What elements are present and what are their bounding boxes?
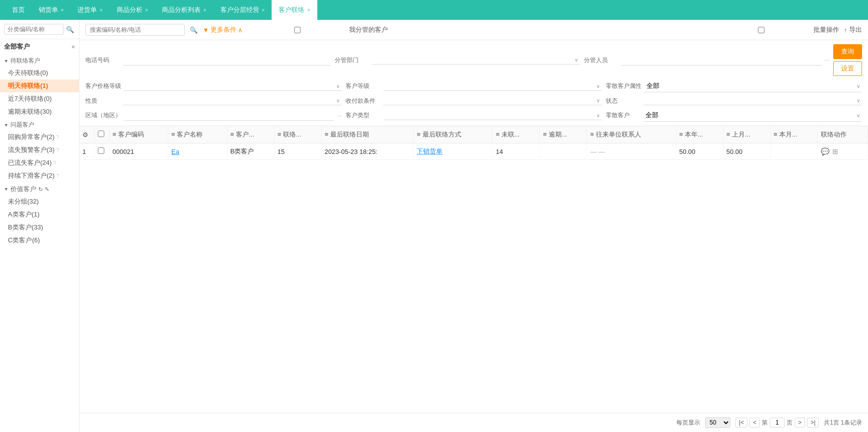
customer-type-select[interactable]: ∨ [383, 111, 602, 120]
close-sales-order-icon[interactable]: × [61, 7, 64, 13]
all-customers-title[interactable]: 全部客户 « [0, 39, 79, 54]
close-purchase-order-icon[interactable]: × [99, 7, 102, 13]
sidebar-item-today[interactable]: 今天待联络(0) [0, 67, 79, 79]
region-input[interactable] [124, 110, 334, 121]
page-number-input[interactable] [770, 418, 785, 428]
col-this-month[interactable]: ≡ 本月... [770, 126, 817, 144]
sidebar-item-class-c[interactable]: C类客户(6) [0, 234, 79, 247]
payment-select[interactable]: ∨ [383, 96, 602, 105]
manager-ellipsis[interactable]: ··· [825, 57, 829, 63]
col-checkbox[interactable] [94, 126, 109, 144]
status-select[interactable]: ∨ [644, 96, 862, 105]
section-pending-contact[interactable]: 待联络客户 [0, 54, 79, 67]
sidebar-item-churned[interactable]: 已流失客户(24) ? [0, 156, 79, 169]
more-conditions-btn[interactable]: ▼ 更多条件 ∧ [203, 25, 243, 34]
filter-payment: 收付款条件 ∨ [346, 96, 602, 105]
help-icon-3: ? [53, 160, 56, 166]
section-problem-customers[interactable]: 问题客户 [0, 118, 79, 131]
nav-home[interactable]: 首页 [5, 0, 32, 20]
col-customer-type[interactable]: ≡ 客户... [227, 126, 274, 144]
sidebar-search-input[interactable] [4, 24, 64, 35]
total-records: 共1页 1条记录 [824, 419, 862, 427]
row-name[interactable]: Ea [168, 144, 227, 160]
close-contact-icon[interactable]: × [307, 7, 310, 13]
per-page-select[interactable]: 50 100 200 [705, 417, 730, 428]
filter-retail-attr: 零散客户属性 全部∨ [606, 80, 862, 92]
action-comment-icon[interactable]: 💬 [821, 147, 829, 155]
col-last-contact-method[interactable]: ≡ 最后联络方式 [414, 126, 493, 144]
col-type-sort: ≡ [230, 131, 234, 138]
close-segmentation-icon[interactable]: × [262, 7, 265, 13]
filter-region: 区域（地区） ··· [85, 110, 342, 121]
filter-row-3: 性质 ∨ 收付款条件 ∨ 状态 ∨ [85, 96, 862, 105]
row-this-year: 50.00 [676, 144, 723, 160]
nav-customer-contact[interactable]: 客户联络 × [272, 0, 317, 20]
page-suffix: 页 [787, 419, 793, 427]
nav-product-analysis[interactable]: 商品分析 × [110, 0, 155, 20]
sidebar-item-7days[interactable]: 近7天待联络(0) [0, 92, 79, 105]
sidebar-item-declining[interactable]: 持续下滑客户(2) ? [0, 169, 79, 182]
export-btn[interactable]: ↑ 导出 [844, 25, 863, 34]
query-button[interactable]: 查询 [833, 44, 862, 59]
my-customers-check[interactable] [248, 27, 347, 33]
sidebar-item-class-a[interactable]: A类客户(1) [0, 208, 79, 221]
row-select-checkbox[interactable] [98, 147, 104, 154]
next-page-btn[interactable]: > [795, 418, 805, 428]
row-last-method[interactable]: 下销货单 [414, 144, 493, 160]
close-product-analysis-icon[interactable]: × [145, 7, 148, 13]
main-search-input[interactable] [85, 24, 185, 36]
nav-customer-segmentation[interactable]: 客户分层经营 × [214, 0, 272, 20]
col-uncontact-days[interactable]: ≡ 未联... [493, 126, 540, 144]
refresh-icon[interactable]: ↻ [38, 186, 43, 193]
nav-sales-order[interactable]: 销货单 × [32, 0, 71, 20]
last-page-btn[interactable]: >| [807, 418, 819, 428]
my-customers-checkbox[interactable]: 我分管的客户 [248, 25, 388, 34]
region-ellipsis[interactable]: ··· [337, 113, 342, 119]
batch-ops-check[interactable] [712, 27, 811, 33]
col-last-contact-date[interactable]: ≡ 最后联络日期 [321, 126, 414, 144]
col-this-year[interactable]: ≡ 本年... [676, 126, 723, 144]
col-settings[interactable]: ⚙ [79, 126, 94, 144]
nav-purchase-order[interactable]: 进货单 × [71, 0, 109, 20]
row-overdue [540, 144, 587, 160]
row-contact-count: 15 [274, 144, 321, 160]
sidebar-item-tomorrow[interactable]: 明天待联络(1) [0, 79, 79, 92]
customer-level-select[interactable]: ∨ [383, 82, 602, 91]
filter-status: 状态 ∨ [606, 96, 862, 105]
retail-customer-select[interactable]: 全部∨ [644, 109, 862, 122]
export-icon: ↑ [844, 26, 848, 34]
first-page-btn[interactable]: |< [735, 418, 747, 428]
section-value-customers[interactable]: 价值客户 ↻ ✎ [0, 182, 79, 195]
row-uncontact: 14 [493, 144, 540, 160]
sidebar-item-overdue[interactable]: 逾期未联络(30) [0, 105, 79, 118]
select-all-checkbox[interactable] [98, 131, 104, 137]
settings-button[interactable]: 设置 [833, 61, 862, 76]
col-customer-name[interactable]: ≡ 客户名称 [168, 126, 227, 144]
manager-input[interactable] [622, 55, 822, 66]
col-overdue[interactable]: ≡ 逾期... [540, 126, 587, 144]
price-level-select[interactable]: ∨ [124, 82, 342, 91]
sidebar-search-icon[interactable]: 🔍 [66, 26, 74, 33]
sidebar-item-ungrouped[interactable]: 未分组(32) [0, 195, 79, 208]
retail-attr-select[interactable]: 全部∨ [645, 80, 862, 92]
gender-select[interactable]: ∨ [123, 96, 342, 105]
sidebar-item-repurchase-abnormal[interactable]: 回购异常客户(2) ? [0, 131, 79, 144]
dept-select[interactable]: ∨ [372, 56, 580, 65]
sidebar-item-class-b[interactable]: B类客户(33) [0, 221, 79, 234]
sidebar-item-churn-warning[interactable]: 流失预警客户(3) ? [0, 144, 79, 156]
prev-page-btn[interactable]: < [749, 418, 760, 428]
row-index: 1 [79, 144, 94, 160]
row-checkbox[interactable] [94, 144, 109, 160]
col-contact-count[interactable]: ≡ 联络... [274, 126, 321, 144]
batch-ops-btn[interactable]: 批量操作 [712, 25, 839, 34]
col-customer-code[interactable]: ≡ 客户编码 [109, 126, 168, 144]
col-unit-contact[interactable]: ≡ 往来单位联系人 [587, 126, 676, 144]
col-last-month[interactable]: ≡ 上月... [723, 126, 770, 144]
main-search-icon[interactable]: 🔍 [190, 26, 198, 34]
action-more-icon[interactable]: ⊞ [832, 147, 838, 155]
nav-product-analysis-list[interactable]: 商品分析列表 × [155, 0, 213, 20]
close-product-list-icon[interactable]: × [203, 7, 206, 13]
phone-input[interactable] [123, 55, 331, 66]
edit-icon[interactable]: ✎ [45, 186, 49, 193]
collapse-icon[interactable]: « [72, 43, 75, 50]
